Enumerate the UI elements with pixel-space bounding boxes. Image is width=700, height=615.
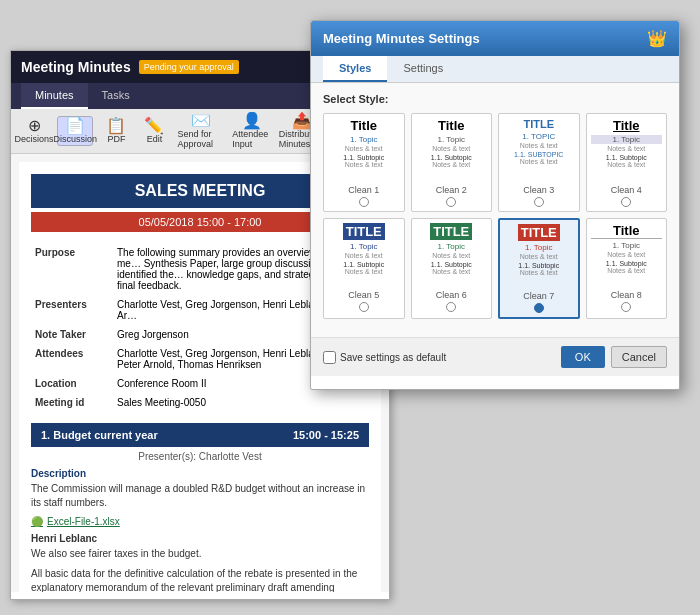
style-card-clean6[interactable]: TITLE 1. Topic Notes & text 1.1. Subtopi…	[411, 218, 493, 319]
preview-topic: 1. Topic	[328, 242, 400, 251]
style-card-clean4[interactable]: Title 1. Topic Notes & text 1.1. Subtopi…	[586, 113, 668, 212]
radio-clean5	[328, 302, 400, 312]
desc-title: Description	[31, 468, 369, 479]
location-label: Location	[33, 375, 113, 392]
dialog-footer: Save settings as default OK Cancel	[311, 337, 679, 376]
style-preview-clean6: TITLE 1. Topic Notes & text 1.1. Subtopi…	[416, 223, 488, 288]
toolbar-pdf[interactable]: 📋 PDF	[101, 118, 131, 144]
select-style-label: Select Style:	[323, 93, 667, 105]
pdf-icon: 📋	[106, 118, 126, 134]
tab-styles[interactable]: Styles	[323, 56, 387, 82]
send-icon: ✉️	[191, 113, 211, 129]
person-text2: All basic data for the definitive calcul…	[31, 567, 369, 592]
preview-subnotes: Notes & text	[328, 161, 400, 168]
toolbar-send-label: Send for Approval	[177, 129, 224, 149]
preview-notes: Notes & text	[591, 251, 663, 258]
meetingid-label: Meeting id	[33, 394, 113, 411]
style-grid: Title 1. Topic Notes & text 1.1. Subtopi…	[323, 113, 667, 319]
toolbar-discussion[interactable]: 📄 Discussion	[57, 116, 93, 146]
preview-subnotes: Notes & text	[416, 161, 488, 168]
style-name-clean3: Clean 3	[503, 185, 575, 195]
style-preview-clean3: TITLE 1. TOPIC Notes & text 1.1. Subtopi…	[503, 118, 575, 183]
table-row: Meeting id Sales Meeting-0050	[33, 394, 367, 411]
preview-notes: Notes & text	[503, 142, 575, 149]
toolbar-edit[interactable]: ✏️ Edit	[139, 118, 169, 144]
ok-button[interactable]: OK	[561, 346, 605, 368]
radio-clean1	[328, 197, 400, 207]
toolbar-send[interactable]: ✉️ Send for Approval	[177, 113, 224, 149]
preview-title: TITLE	[343, 223, 385, 240]
radio-dot-clean5[interactable]	[359, 302, 369, 312]
style-preview-clean8: Title 1. Topic Notes & text 1.1. Subtopi…	[591, 223, 663, 288]
style-card-clean5[interactable]: TITLE 1. Topic Notes & text 1.1. Subtopi…	[323, 218, 405, 319]
radio-dot-clean4[interactable]	[621, 197, 631, 207]
radio-clean3	[503, 197, 575, 207]
save-default-row: Save settings as default	[323, 351, 446, 364]
preview-subnotes: Notes & text	[503, 158, 575, 165]
preview-title: TITLE	[503, 118, 575, 130]
style-name-clean5: Clean 5	[328, 290, 400, 300]
preview-subtopic: 1.1. Subtopic	[591, 260, 663, 267]
cancel-button[interactable]: Cancel	[611, 346, 667, 368]
button-row: OK Cancel	[561, 346, 667, 368]
preview-topic: 1. Topic	[591, 135, 663, 144]
preview-subtopic: 1.1. Subtopic	[416, 154, 488, 161]
attendees-label: Attendees	[33, 345, 113, 373]
toolbar-discussion-label: Discussion	[53, 134, 97, 144]
preview-topic: 1. TOPIC	[503, 132, 575, 141]
section-header: 1. Budget current year 15:00 - 15:25	[31, 423, 369, 447]
notetaker-label: Note Taker	[33, 326, 113, 343]
radio-clean2	[416, 197, 488, 207]
preview-subtopic: 1.1. Subtopic	[503, 151, 575, 158]
file-link[interactable]: 🟢 Excel-File-1.xlsx	[31, 516, 369, 527]
toolbar-attendee-label: Attendee Input	[232, 129, 270, 149]
decisions-icon: ⊕	[28, 118, 41, 134]
preview-topic: 1. Topic	[416, 242, 488, 251]
tab-minutes[interactable]: Minutes	[21, 83, 88, 109]
preview-subtopic: 1.1. Subtopic	[416, 261, 488, 268]
dialog-logo-icon: 👑	[647, 29, 667, 48]
radio-dot-clean3[interactable]	[534, 197, 544, 207]
preview-subtopic: 1.1. Subtopic	[504, 262, 574, 269]
radio-dot-clean8[interactable]	[621, 302, 631, 312]
preview-notes: Notes & text	[416, 145, 488, 152]
radio-dot-clean1[interactable]	[359, 197, 369, 207]
style-card-clean2[interactable]: Title 1. Topic Notes & text 1.1. Subtopi…	[411, 113, 493, 212]
preview-subnotes: Notes & text	[591, 267, 663, 274]
meetingid-value: Sales Meeting-0050	[115, 394, 367, 411]
radio-clean7	[504, 303, 574, 313]
radio-dot-clean7[interactable]	[534, 303, 544, 313]
style-card-clean8[interactable]: Title 1. Topic Notes & text 1.1. Subtopi…	[586, 218, 668, 319]
preview-subtopic: 1.1. Subtopic	[591, 154, 663, 161]
style-preview-clean4: Title 1. Topic Notes & text 1.1. Subtopi…	[591, 118, 663, 183]
presenter-line: Presenter(s): Charlotte Vest	[31, 451, 369, 462]
tab-settings[interactable]: Settings	[387, 56, 459, 82]
style-card-clean7[interactable]: TITLE 1. Topic Notes & text 1.1. Subtopi…	[498, 218, 580, 319]
toolbar-decisions[interactable]: ⊕ Decisions	[19, 118, 49, 144]
style-card-clean1[interactable]: Title 1. Topic Notes & text 1.1. Subtopi…	[323, 113, 405, 212]
preview-topic: 1. Topic	[504, 243, 574, 252]
radio-dot-clean6[interactable]	[446, 302, 456, 312]
style-name-clean4: Clean 4	[591, 185, 663, 195]
radio-dot-clean2[interactable]	[446, 197, 456, 207]
presenters-label: Presenters	[33, 296, 113, 324]
toolbar-pdf-label: PDF	[107, 134, 125, 144]
attendee-icon: 👤	[242, 113, 262, 129]
toolbar-decisions-label: Decisions	[15, 134, 54, 144]
style-name-clean2: Clean 2	[416, 185, 488, 195]
file-icon: 🟢	[31, 516, 43, 527]
style-card-clean3[interactable]: TITLE 1. TOPIC Notes & text 1.1. Subtopi…	[498, 113, 580, 212]
style-preview-clean2: Title 1. Topic Notes & text 1.1. Subtopi…	[416, 118, 488, 183]
toolbar-attendee[interactable]: 👤 Attendee Input	[232, 113, 270, 149]
tab-tasks[interactable]: Tasks	[88, 83, 144, 109]
preview-subtopic: 1.1. Subtopic	[328, 261, 400, 268]
style-name-clean1: Clean 1	[328, 185, 400, 195]
save-default-checkbox[interactable]	[323, 351, 336, 364]
style-preview-clean1: Title 1. Topic Notes & text 1.1. Subtopi…	[328, 118, 400, 183]
preview-subtopic: 1.1. Subtopic	[328, 154, 400, 161]
preview-notes: Notes & text	[328, 252, 400, 259]
preview-subnotes: Notes & text	[416, 268, 488, 275]
preview-title: TITLE	[518, 224, 560, 241]
discussion-icon: 📄	[65, 118, 85, 134]
edit-icon: ✏️	[144, 118, 164, 134]
